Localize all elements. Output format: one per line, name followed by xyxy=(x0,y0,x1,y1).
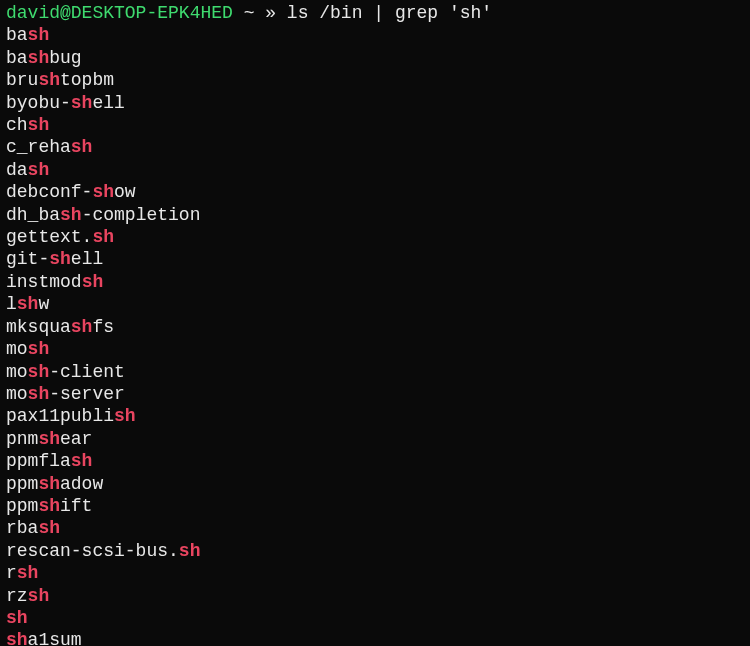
grep-match: sh xyxy=(38,429,60,449)
grep-match: sh xyxy=(28,25,50,45)
grep-match: sh xyxy=(28,384,50,404)
output-line: rsh xyxy=(6,562,744,584)
grep-match: sh xyxy=(38,70,60,90)
output-line: ppmflash xyxy=(6,450,744,472)
output-line: ppmshadow xyxy=(6,473,744,495)
grep-match: sh xyxy=(92,182,114,202)
output-line: bash xyxy=(6,24,744,46)
grep-match: sh xyxy=(179,541,201,561)
grep-match: sh xyxy=(28,48,50,68)
grep-match: sh xyxy=(114,406,136,426)
grep-match: sh xyxy=(71,317,93,337)
output-line: git-shell xyxy=(6,248,744,270)
output-line: sh xyxy=(6,607,744,629)
grep-match: sh xyxy=(28,362,50,382)
output-line: lshw xyxy=(6,293,744,315)
output-line: rzsh xyxy=(6,585,744,607)
grep-match: sh xyxy=(17,563,39,583)
grep-match: sh xyxy=(82,272,104,292)
prompt-arrow: » xyxy=(265,3,287,23)
grep-match: sh xyxy=(28,339,50,359)
grep-match: sh xyxy=(6,608,28,628)
prompt-tilde: ~ xyxy=(233,3,265,23)
prompt-line: david@DESKTOP-EPK4HED ~ » ls /bin | grep… xyxy=(6,2,744,24)
output-line: byobu-shell xyxy=(6,92,744,114)
output-line: dh_bash-completion xyxy=(6,204,744,226)
output-line: rbash xyxy=(6,517,744,539)
grep-match: sh xyxy=(28,160,50,180)
terminal-output: bashbashbugbrushtopbmbyobu-shellchshc_re… xyxy=(6,24,744,646)
output-line: mosh xyxy=(6,338,744,360)
grep-match: sh xyxy=(71,451,93,471)
output-line: pax11publish xyxy=(6,405,744,427)
prompt-user: david@DESKTOP-EPK4HED xyxy=(6,3,233,23)
prompt-command: ls /bin | grep 'sh' xyxy=(287,3,492,23)
output-line: ppmshift xyxy=(6,495,744,517)
grep-match: sh xyxy=(17,294,39,314)
output-line: rescan-scsi-bus.sh xyxy=(6,540,744,562)
terminal[interactable]: david@DESKTOP-EPK4HED ~ » ls /bin | grep… xyxy=(6,2,744,646)
output-line: mosh-server xyxy=(6,383,744,405)
grep-match: sh xyxy=(71,137,93,157)
grep-match: sh xyxy=(28,586,50,606)
grep-match: sh xyxy=(92,227,114,247)
grep-match: sh xyxy=(6,630,28,646)
output-line: instmodsh xyxy=(6,271,744,293)
output-line: pnmshear xyxy=(6,428,744,450)
grep-match: sh xyxy=(38,496,60,516)
output-line: brushtopbm xyxy=(6,69,744,91)
output-line: bashbug xyxy=(6,47,744,69)
output-line: mosh-client xyxy=(6,361,744,383)
output-line: c_rehash xyxy=(6,136,744,158)
grep-match: sh xyxy=(71,93,93,113)
grep-match: sh xyxy=(49,249,71,269)
output-line: debconf-show xyxy=(6,181,744,203)
grep-match: sh xyxy=(38,518,60,538)
output-line: dash xyxy=(6,159,744,181)
output-line: chsh xyxy=(6,114,744,136)
output-line: sha1sum xyxy=(6,629,744,646)
grep-match: sh xyxy=(38,474,60,494)
grep-match: sh xyxy=(28,115,50,135)
output-line: mksquashfs xyxy=(6,316,744,338)
output-line: gettext.sh xyxy=(6,226,744,248)
grep-match: sh xyxy=(60,205,82,225)
